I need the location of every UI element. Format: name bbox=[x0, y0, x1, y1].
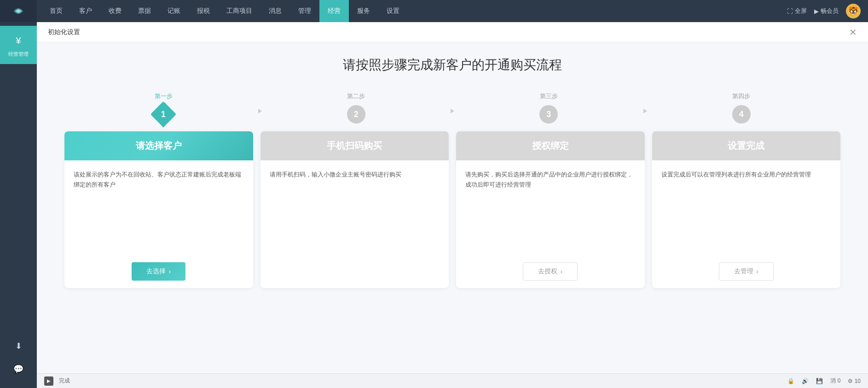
nav-business[interactable]: 工商项目 bbox=[218, 0, 260, 22]
steps-row: 第一步 1 第二步 2 bbox=[64, 92, 840, 128]
nav-invoice[interactable]: 票据 bbox=[130, 0, 159, 22]
step-4-circle: 4 bbox=[732, 105, 751, 123]
support-icon: 💬 bbox=[13, 364, 23, 374]
fullscreen-btn[interactable]: ⛶ 全屏 bbox=[787, 7, 807, 15]
card-4-header: 设置完成 bbox=[652, 131, 841, 160]
download-icon: ⬇ bbox=[15, 341, 22, 351]
step-card-4: 设置完成 设置完成后可以在管理列表进行所有企业用户的经营管理 去管理 › bbox=[652, 131, 841, 288]
step-2-header: 第二步 2 bbox=[262, 92, 451, 123]
step-card-3: 授权绑定 请先购买，购买后选择开通的产品中的企业用户进行授权绑定，成功后即可进行… bbox=[456, 131, 645, 288]
nav-manage[interactable]: 管理 bbox=[290, 0, 319, 22]
avatar[interactable]: 🐯 bbox=[846, 4, 861, 18]
step-2-circle: 2 bbox=[347, 105, 365, 123]
status-sound-icon: 🔊 bbox=[802, 378, 809, 384]
status-messages: 消 0 bbox=[830, 377, 840, 385]
card-2-footer bbox=[260, 273, 449, 288]
vip-btn[interactable]: ▶ 畅会员 bbox=[814, 7, 839, 15]
card-3-description: 请先购买，购买后选择开通的产品中的企业用户进行授权绑定，成功后即可进行经营管理 bbox=[465, 170, 636, 246]
close-button[interactable]: ✕ bbox=[849, 28, 857, 37]
top-nav-right: ⛶ 全屏 ▶ 畅会员 🐯 bbox=[787, 4, 868, 18]
sidebar-download[interactable]: ⬇ bbox=[0, 336, 37, 356]
arrow-right-icon-3: › bbox=[560, 268, 562, 275]
status-right: 🔒 🔊 💾 消 0 ⚙ 10 bbox=[787, 377, 861, 385]
card-1-description: 该处展示的客户为不在回收站、客户状态正常建账后完成老板端绑定的所有客户 bbox=[74, 170, 244, 246]
status-bar: ▶ 完成 🔒 🔊 💾 消 0 ⚙ 10 bbox=[37, 373, 868, 388]
nav-customer[interactable]: 客户 bbox=[71, 0, 100, 22]
status-settings: ⚙ 10 bbox=[848, 378, 861, 384]
card-1-btn[interactable]: 去选择 › bbox=[132, 262, 185, 281]
nav-service[interactable]: 服务 bbox=[349, 0, 378, 22]
step-4-label: 第四步 bbox=[732, 92, 750, 100]
breadcrumb-bar: 初始化设置 ✕ bbox=[37, 22, 868, 42]
sidebar-item-management[interactable]: ¥ 经营管理 bbox=[0, 26, 37, 64]
play-button[interactable]: ▶ bbox=[44, 376, 53, 386]
arrow-right-icon: › bbox=[168, 268, 171, 275]
card-4-footer: 去管理 › bbox=[652, 255, 841, 288]
nav-settings[interactable]: 设置 bbox=[378, 0, 408, 22]
management-icon: ¥ bbox=[10, 32, 27, 49]
card-3-footer: 去授权 › bbox=[456, 255, 645, 288]
arrow-3 bbox=[643, 92, 647, 113]
step-2-label: 第二步 bbox=[347, 92, 365, 100]
nav-fee[interactable]: 收费 bbox=[100, 0, 130, 22]
main-content: 初始化设置 ✕ 请按照步骤完成新客户的开通购买流程 第一步 1 bbox=[37, 22, 868, 373]
nav-home[interactable]: 首页 bbox=[41, 0, 71, 22]
sidebar-item-label: 经营管理 bbox=[8, 51, 29, 58]
cards-row: 请选择客户 该处展示的客户为不在回收站、客户状态正常建账后完成老板端绑定的所有客… bbox=[64, 131, 840, 288]
card-1-header: 请选择客户 bbox=[64, 131, 253, 160]
card-1-body: 该处展示的客户为不在回收站、客户状态正常建账后完成老板端绑定的所有客户 bbox=[64, 160, 253, 255]
step-1-number: 1 bbox=[161, 109, 166, 119]
card-3-btn[interactable]: 去授权 › bbox=[523, 262, 578, 281]
card-2-body: 请用手机扫码，输入小微企业主账号密码进行购买 bbox=[260, 160, 449, 273]
fullscreen-icon: ⛶ bbox=[787, 8, 793, 15]
card-4-title: 设置完成 bbox=[728, 141, 764, 151]
step-3-circle: 3 bbox=[539, 105, 558, 123]
status-save-icon: 💾 bbox=[816, 378, 823, 384]
step-1-label: 第一步 bbox=[155, 92, 173, 100]
card-3-header: 授权绑定 bbox=[456, 131, 645, 160]
card-2-header: 手机扫码购买 bbox=[260, 131, 449, 160]
top-nav: 首页 客户 收费 票据 记账 报税 工商项目 消息 管理 经营 服务 设置 ⛶ … bbox=[0, 0, 868, 22]
status-text: 完成 bbox=[59, 377, 70, 385]
sidebar: ¥ 经营管理 ⬇ 💬 bbox=[0, 0, 37, 388]
nav-tax[interactable]: 报税 bbox=[189, 0, 218, 22]
status-shield-icon: 🔒 bbox=[787, 378, 794, 384]
card-1-footer: 去选择 › bbox=[64, 255, 253, 288]
play-icon: ▶ bbox=[814, 8, 819, 15]
nav-message[interactable]: 消息 bbox=[260, 0, 290, 22]
step-4-header: 第四步 4 bbox=[647, 92, 836, 123]
card-4-btn[interactable]: 去管理 › bbox=[719, 262, 774, 281]
card-4-description: 设置完成后可以在管理列表进行所有企业用户的经营管理 bbox=[661, 170, 832, 246]
arrow-2 bbox=[451, 92, 454, 113]
step-card-2: 手机扫码购买 请用手机扫码，输入小微企业主账号密码进行购买 bbox=[260, 131, 449, 288]
card-2-title: 手机扫码购买 bbox=[327, 141, 382, 151]
sidebar-bottom: ⬇ 💬 bbox=[0, 336, 37, 388]
sidebar-logo bbox=[0, 0, 37, 22]
card-2-description: 请用手机扫码，输入小微企业主账号密码进行购买 bbox=[270, 170, 440, 264]
nav-operation[interactable]: 经营 bbox=[319, 0, 349, 22]
step-card-1: 请选择客户 该处展示的客户为不在回收站、客户状态正常建账后完成老板端绑定的所有客… bbox=[64, 131, 253, 288]
card-1-title: 请选择客户 bbox=[136, 141, 182, 151]
card-3-title: 授权绑定 bbox=[532, 141, 569, 151]
sidebar-support[interactable]: 💬 bbox=[0, 359, 37, 379]
step-3-header: 第三步 3 bbox=[454, 92, 643, 123]
arrow-right-icon-4: › bbox=[756, 268, 758, 275]
nav-bookkeeping[interactable]: 记账 bbox=[159, 0, 189, 22]
step-3-label: 第三步 bbox=[540, 92, 558, 100]
breadcrumb: 初始化设置 bbox=[48, 28, 80, 36]
wizard-body: 请按照步骤完成新客户的开通购买流程 第一步 1 第二步 bbox=[37, 42, 868, 373]
step-1-header: 第一步 1 bbox=[69, 92, 258, 128]
wizard-title: 请按照步骤完成新客户的开通购买流程 bbox=[64, 56, 840, 74]
arrow-1 bbox=[258, 92, 262, 113]
card-3-body: 请先购买，购买后选择开通的产品中的企业用户进行授权绑定，成功后即可进行经营管理 bbox=[456, 160, 645, 255]
card-4-body: 设置完成后可以在管理列表进行所有企业用户的经营管理 bbox=[652, 160, 841, 255]
